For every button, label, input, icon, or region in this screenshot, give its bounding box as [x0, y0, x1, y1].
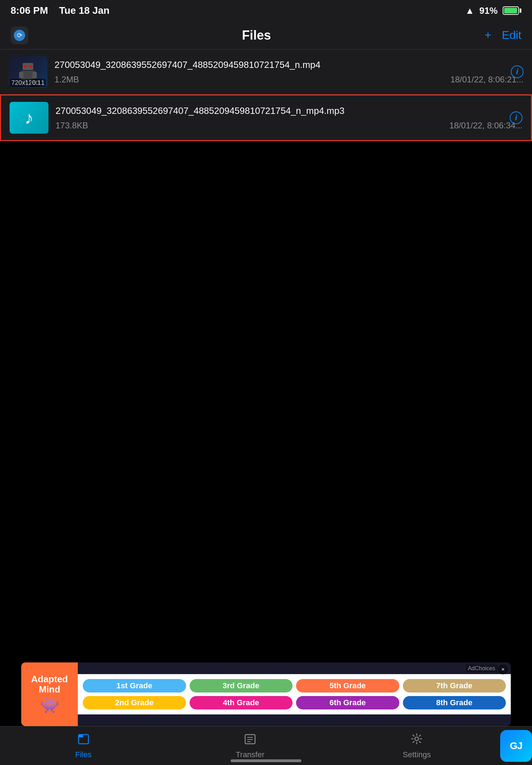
- grade-4th-button[interactable]: 4th Grade: [190, 696, 293, 709]
- settings-tab-label: Settings: [403, 750, 431, 759]
- app-icon-svg: ⟳: [13, 29, 26, 42]
- close-icon: ×: [501, 666, 504, 673]
- svg-point-16: [415, 737, 418, 741]
- nav-actions: + Edit: [485, 29, 521, 42]
- tab-transfer[interactable]: Transfer: [167, 732, 333, 759]
- file-item-video[interactable]: 720x1280 0:11 270053049_3208639552697407…: [0, 50, 532, 94]
- svg-text:⟳: ⟳: [17, 32, 22, 39]
- svg-point-8: [24, 65, 27, 68]
- tab-settings[interactable]: Settings: [334, 732, 500, 759]
- info-button-audio[interactable]: i: [508, 110, 524, 126]
- file-size-video: 1.2MB: [54, 75, 79, 85]
- ad-close-button[interactable]: ×: [498, 665, 508, 674]
- grade-6th-button[interactable]: 6th Grade: [296, 696, 399, 709]
- transfer-tab-icon: [244, 732, 256, 748]
- info-circle-audio-icon: i: [510, 111, 522, 124]
- info-button-video[interactable]: i: [509, 64, 525, 80]
- status-time: 8:06 PM: [11, 5, 48, 16]
- music-note-icon: ♪: [25, 108, 34, 128]
- battery-icon: [503, 6, 521, 15]
- ad-monster-icon: 👾: [40, 696, 59, 714]
- home-indicator: [231, 759, 301, 762]
- empty-area: [0, 141, 532, 654]
- settings-icon-svg: [410, 732, 423, 745]
- status-time-date: 8:06 PM Tue 18 Jan: [11, 5, 110, 16]
- ad-grades-grid: 1st Grade 3rd Grade 5th Grade 7th Grade …: [78, 674, 511, 714]
- file-list: 720x1280 0:11 270053049_3208639552697407…: [0, 50, 532, 141]
- svg-point-9: [29, 65, 32, 68]
- files-icon-svg: [77, 732, 90, 745]
- app-logo-watermark: GJ: [500, 730, 532, 762]
- video-duration: 0:11: [31, 79, 46, 87]
- ad-brand-name: AdaptedMind: [31, 674, 68, 694]
- files-tab-icon: [77, 732, 90, 748]
- grade-3rd-button[interactable]: 3rd Grade: [190, 679, 293, 692]
- file-name-audio: 270053049_3208639552697407_4885209459810…: [56, 105, 522, 117]
- file-name-video: 270053049_3208639552697407_4885209459810…: [54, 59, 524, 71]
- status-bar: 8:06 PM Tue 18 Jan ▲ 91%: [0, 0, 532, 21]
- wifi-icon: ▲: [465, 5, 474, 16]
- nav-app-icon[interactable]: ⟳: [11, 27, 28, 44]
- nav-bar: ⟳ Files + Edit: [0, 21, 532, 50]
- tab-files[interactable]: Files: [0, 732, 167, 759]
- page-title: Files: [242, 28, 271, 43]
- svg-rect-4: [19, 72, 23, 78]
- grade-2nd-button[interactable]: 2nd Grade: [83, 696, 186, 709]
- svg-rect-5: [33, 72, 37, 78]
- grade-5th-button[interactable]: 5th Grade: [296, 679, 399, 692]
- file-item-audio[interactable]: ♪ 270053049_3208639552697407_48852094598…: [0, 94, 532, 141]
- status-indicators: ▲ 91%: [465, 5, 521, 16]
- ad-banner[interactable]: × AdChoices AdaptedMind 👾 1st Grade 3rd …: [21, 662, 511, 726]
- audio-thumb: ♪: [10, 102, 48, 134]
- files-tab-label: Files: [75, 750, 91, 759]
- file-info-audio: 270053049_3208639552697407_4885209459810…: [56, 105, 522, 131]
- svg-rect-11: [79, 735, 83, 737]
- ad-choices-label: AdChoices: [466, 665, 497, 672]
- file-meta-video: 1.2MB 18/01/22, 8:06:21...: [54, 75, 524, 85]
- ad-logo-section: AdaptedMind 👾: [21, 662, 78, 726]
- grade-8th-button[interactable]: 8th Grade: [403, 696, 506, 709]
- info-circle-icon: i: [511, 65, 524, 78]
- grade-7th-button[interactable]: 7th Grade: [403, 679, 506, 692]
- add-button[interactable]: +: [485, 29, 491, 42]
- transfer-icon-svg: [244, 732, 256, 745]
- edit-button[interactable]: Edit: [502, 29, 521, 42]
- file-size-audio: 173.8KB: [56, 121, 88, 131]
- settings-tab-icon: [410, 732, 423, 748]
- battery-percentage: 91%: [479, 5, 498, 16]
- transfer-tab-label: Transfer: [236, 750, 264, 759]
- file-thumbnail-audio: ♪: [10, 102, 48, 134]
- grade-1st-button[interactable]: 1st Grade: [83, 679, 186, 692]
- file-meta-audio: 173.8KB 18/01/22, 8:06:34...: [56, 121, 522, 131]
- status-date: Tue 18 Jan: [59, 5, 110, 16]
- file-thumbnail-video: 720x1280 0:11: [8, 56, 47, 88]
- file-info-video: 270053049_3208639552697407_4885209459810…: [54, 59, 524, 85]
